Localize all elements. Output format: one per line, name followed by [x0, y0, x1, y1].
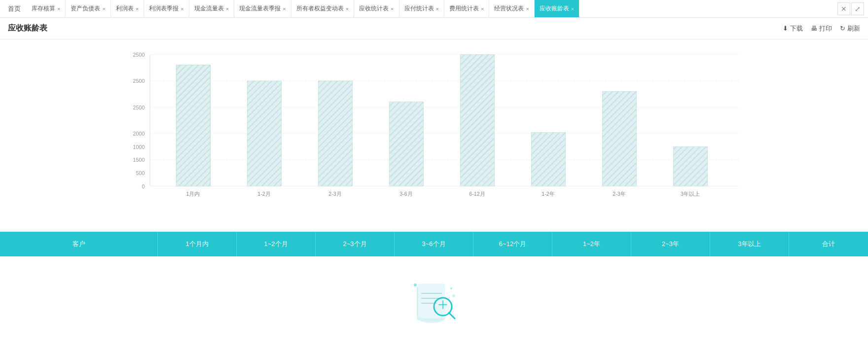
- col-header-6-12month: 6~12个月: [473, 232, 552, 256]
- svg-rect-18: [318, 81, 352, 186]
- col-header-1-2month: 1~2个月: [237, 232, 316, 256]
- empty-illustration: [404, 271, 464, 330]
- tab-equity-close[interactable]: ×: [346, 6, 349, 12]
- svg-point-47: [453, 295, 455, 297]
- tab-profit-label: 利润表: [116, 4, 134, 13]
- col-header-total: 合计: [789, 232, 868, 256]
- svg-rect-16: [176, 65, 210, 186]
- chart-area: 2500 2500 2500 2000 1500 0 1000 500: [0, 39, 868, 232]
- download-icon: ⬇: [783, 25, 788, 32]
- tab-inventory-label: 库存核算: [32, 4, 55, 13]
- svg-text:2000: 2000: [133, 131, 145, 137]
- tab-ar-aging-label: 应收账龄表: [540, 4, 569, 13]
- col-header-1-2year: 1~2年: [552, 232, 631, 256]
- window-maximize-button[interactable]: ⤢: [851, 2, 864, 15]
- svg-rect-21: [531, 133, 565, 186]
- tab-cashflow-quarterly-label: 现金流量表季报: [239, 4, 281, 13]
- tab-ar-aging-close[interactable]: ×: [571, 6, 574, 12]
- bar-chart: 2500 2500 2500 2000 1500 0 1000 500: [15, 49, 853, 207]
- tab-ar-stats-close[interactable]: ×: [391, 6, 394, 12]
- svg-rect-22: [602, 91, 636, 186]
- download-button[interactable]: ⬇ 下载: [783, 24, 803, 33]
- svg-text:2500: 2500: [133, 78, 145, 84]
- col-header-2-3month: 2~3个月: [316, 232, 395, 256]
- main-content: 2500 2500 2500 2000 1500 0 1000 500: [0, 39, 868, 355]
- print-label: 打印: [819, 24, 832, 33]
- col-header-2-3year: 2~3年: [631, 232, 710, 256]
- tab-ar-aging[interactable]: 应收账龄表 ×: [535, 0, 579, 18]
- svg-text:2500: 2500: [133, 52, 145, 58]
- window-close-button[interactable]: ✕: [837, 2, 850, 15]
- svg-point-45: [414, 284, 417, 286]
- svg-text:0: 0: [142, 183, 145, 189]
- table-header: 客户 1个月内 1~2个月 2~3个月 3~6个月 6~12个月 1~2年 2~…: [0, 232, 868, 256]
- page-title: 应收账龄表: [8, 23, 47, 34]
- print-icon: 🖶: [811, 25, 817, 32]
- tab-expense-stats-close[interactable]: ×: [481, 6, 484, 12]
- svg-text:1-2月: 1-2月: [257, 191, 270, 197]
- tab-operations[interactable]: 经营状况表 ×: [489, 0, 534, 18]
- tab-controls: ✕ ⤢: [837, 2, 866, 15]
- tab-equity[interactable]: 所有者权益变动表 ×: [291, 0, 354, 18]
- svg-text:1月内: 1月内: [186, 191, 200, 197]
- tab-balance[interactable]: 资产负债表 ×: [66, 0, 110, 18]
- svg-text:1-2年: 1-2年: [542, 191, 554, 197]
- svg-text:3年以上: 3年以上: [681, 191, 700, 197]
- svg-text:1500: 1500: [133, 157, 145, 163]
- tab-home[interactable]: 首页: [2, 0, 27, 18]
- svg-text:1000: 1000: [133, 144, 145, 150]
- col-header-customer: 客户: [0, 232, 158, 256]
- tab-cashflow-label: 现金流量表: [194, 4, 224, 13]
- svg-text:2-3年: 2-3年: [613, 191, 625, 197]
- svg-text:6-12月: 6-12月: [469, 191, 485, 197]
- tab-equity-label: 所有者权益变动表: [296, 4, 344, 13]
- svg-rect-23: [673, 146, 707, 186]
- tab-expense-stats[interactable]: 费用统计表 ×: [444, 0, 489, 18]
- tab-ap-stats-label: 应付统计表: [404, 4, 434, 13]
- svg-text:3-6月: 3-6月: [399, 191, 412, 197]
- page-header: 应收账龄表 ⬇ 下载 🖶 打印 ↻ 刷新: [0, 18, 868, 39]
- tab-balance-close[interactable]: ×: [102, 6, 105, 12]
- tab-profit[interactable]: 利润表 ×: [111, 0, 144, 18]
- tab-ap-stats[interactable]: 应付统计表 ×: [399, 0, 444, 18]
- svg-text:500: 500: [136, 170, 145, 176]
- col-header-3-6month: 3~6个月: [395, 232, 473, 256]
- empty-state: [0, 256, 868, 340]
- tab-cashflow[interactable]: 现金流量表 ×: [189, 0, 234, 18]
- tab-operations-close[interactable]: ×: [526, 6, 529, 12]
- col-header-3plus-year: 3年以上: [710, 232, 789, 256]
- tab-profit-close[interactable]: ×: [136, 6, 139, 12]
- tab-inventory[interactable]: 库存核算 ×: [27, 0, 66, 18]
- svg-rect-17: [247, 81, 281, 186]
- tab-expense-stats-label: 费用统计表: [449, 4, 479, 13]
- tab-ap-stats-close[interactable]: ×: [436, 6, 439, 12]
- svg-rect-20: [460, 55, 494, 186]
- tab-profit-quarterly-label: 利润表季报: [149, 4, 179, 13]
- tab-bar: 首页 库存核算 × 资产负债表 × 利润表 × 利润表季报 × 现金流量表 × …: [0, 0, 868, 18]
- refresh-icon: ↻: [840, 25, 845, 32]
- tab-inventory-close[interactable]: ×: [57, 6, 60, 12]
- tab-cashflow-quarterly-close[interactable]: ×: [283, 6, 286, 12]
- refresh-button[interactable]: ↻ 刷新: [840, 24, 860, 33]
- col-header-1month: 1个月内: [158, 232, 237, 256]
- tab-profit-quarterly-close[interactable]: ×: [181, 6, 183, 12]
- svg-text:2-3月: 2-3月: [328, 191, 341, 197]
- svg-line-42: [449, 313, 455, 319]
- svg-point-46: [450, 287, 452, 289]
- tab-balance-label: 资产负债表: [71, 4, 100, 13]
- download-label: 下载: [790, 24, 803, 33]
- print-button[interactable]: 🖶 打印: [811, 24, 832, 33]
- tab-ar-stats[interactable]: 应收统计表 ×: [354, 0, 399, 18]
- svg-text:2500: 2500: [133, 105, 145, 110]
- svg-rect-19: [389, 102, 423, 186]
- header-actions: ⬇ 下载 🖶 打印 ↻ 刷新: [783, 24, 860, 33]
- tab-ar-stats-label: 应收统计表: [359, 4, 389, 13]
- refresh-label: 刷新: [847, 24, 860, 33]
- home-tab-label: 首页: [8, 4, 21, 13]
- tab-profit-quarterly[interactable]: 利润表季报 ×: [144, 0, 189, 18]
- tab-operations-label: 经营状况表: [494, 4, 524, 13]
- tab-cashflow-quarterly[interactable]: 现金流量表季报 ×: [234, 0, 291, 18]
- tab-cashflow-close[interactable]: ×: [226, 6, 229, 12]
